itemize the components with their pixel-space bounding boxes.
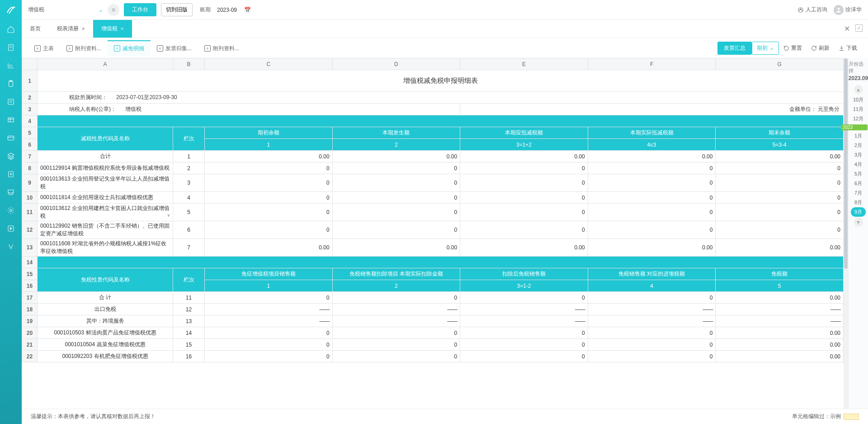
tab-home[interactable]: 首页 [22,20,49,38]
workspace-button[interactable]: 工作台 [124,3,156,16]
data-cell[interactable]: 0.00 [716,351,844,362]
col-header[interactable]: B [173,58,205,70]
nav-doc-icon[interactable] [5,42,16,53]
user-menu[interactable]: 徐泽华 [834,5,862,15]
data-cell[interactable]: 0 [205,351,333,362]
data-cell[interactable]: 4 [173,192,205,204]
month-option[interactable]: 7月 [849,188,868,198]
data-cell[interactable]: 出口免税 [38,304,173,315]
data-cell[interactable]: 0001010503 鲜活肉蛋产品免征增值税优惠 [38,327,173,339]
subtab-main[interactable]: ≡主表 [28,40,60,56]
data-cell[interactable]: 3 [173,174,205,192]
row-header[interactable]: 13 [22,239,38,257]
data-cell[interactable]: 0001013613 企业招用登记失业半年以上人员扣减增值税 [38,174,173,192]
data-cell[interactable]: 0 [205,192,333,204]
data-cell[interactable]: 0001010504 蔬菜免征增值税优惠 [38,339,173,351]
data-cell[interactable]: 0001092203 有机肥免征增值税优惠 [38,351,173,362]
nav-chart-icon[interactable] [5,60,16,71]
nav-card-icon[interactable] [5,133,16,143]
row-header[interactable]: 14 [22,257,38,268]
month-prev-icon[interactable]: ▲ [854,85,863,94]
data-cell[interactable]: 0.00 [588,151,716,162]
month-option[interactable]: 6月 [849,179,868,188]
nav-stack-icon[interactable] [5,151,16,162]
nav-clipboard-icon[interactable] [5,78,16,89]
data-cell[interactable]: 0.00 [460,151,588,162]
data-cell[interactable]: 6 [173,221,205,239]
month-next-icon[interactable]: ▼ [854,218,863,227]
data-cell[interactable]: 0 [205,292,333,304]
data-cell[interactable]: 0.00 [716,339,844,351]
list-toggle-icon[interactable] [108,4,119,16]
data-cell[interactable]: 0 [460,174,588,192]
data-cell[interactable]: —— [332,315,460,327]
close-icon[interactable]: ✕ [81,26,85,31]
data-cell[interactable]: 0 [460,351,588,362]
row-header[interactable]: 19 [22,315,38,327]
month-option[interactable]: 5月 [849,169,868,179]
data-cell[interactable]: 0001129914 购置增值税税控系统专用设备抵减增值税 [38,162,173,174]
data-cell[interactable]: 0 [588,162,716,174]
data-cell[interactable]: 5 [173,204,205,221]
row-header[interactable]: 11 [22,204,38,221]
data-cell[interactable]: 0 [588,339,716,351]
data-cell[interactable]: 0 [716,204,844,221]
data-cell[interactable]: 0.00 [332,151,460,162]
data-cell[interactable]: 合计 [38,151,173,162]
switch-old-button[interactable]: 切到旧版 [161,3,193,16]
row-header[interactable]: 6 [22,139,38,151]
data-cell[interactable]: 0 [716,192,844,204]
data-cell[interactable]: 0 [205,221,333,239]
subtab-attach2[interactable]: ≡附列资料... [198,40,245,56]
row-header[interactable]: 12 [22,221,38,239]
data-cell[interactable]: 0001011608 对湖北省外的小规模纳税人减按1%征收率征收增值税 [38,239,173,257]
data-cell[interactable]: 2 [173,162,205,174]
data-cell[interactable]: —— [588,315,716,327]
month-option[interactable]: 8月 [849,198,868,207]
data-cell[interactable]: 0 [588,292,716,304]
invoice-summary-button[interactable]: 发票汇总 [717,42,752,55]
data-cell[interactable]: 0.00 [716,327,844,339]
data-cell[interactable]: 0 [716,174,844,192]
nav-table-icon[interactable] [5,114,16,125]
company-dropdown[interactable]: 增值税 ⌄ [28,6,103,14]
data-cell[interactable]: 0 [205,327,333,339]
subtab-reduction[interactable]: ≡减免明细 [108,40,151,56]
row-header[interactable]: 10 [22,192,38,204]
data-cell[interactable]: 合 计 [38,292,173,304]
data-cell[interactable]: 12 [173,304,205,315]
data-cell[interactable]: 0 [205,174,333,192]
data-cell[interactable]: 0 [588,351,716,362]
col-header[interactable]: C [205,58,333,70]
month-option[interactable]: 9月 [851,207,866,217]
month-option[interactable]: 11月 [849,105,868,114]
data-cell[interactable]: 0 [588,174,716,192]
data-cell[interactable]: 0 [332,204,460,221]
subtab-attach1[interactable]: ≡附列资料... [60,40,108,56]
month-option[interactable]: 1月 [849,131,868,141]
col-header[interactable]: D [332,58,460,70]
data-cell[interactable]: 0 [460,339,588,351]
data-cell[interactable]: 13 [173,315,205,327]
data-cell[interactable]: 0 [460,204,588,221]
calendar-icon[interactable]: 📅 [244,7,251,13]
data-cell[interactable]: 16 [173,351,205,362]
row-header[interactable]: 18 [22,304,38,315]
data-cell[interactable]: 0001013612 企业招用建档立卡贫困人口就业扣减增值税▾ [38,204,173,221]
col-header[interactable]: F [588,58,716,70]
data-cell[interactable]: 0 [332,292,460,304]
nav-v-icon[interactable] [5,241,16,252]
row-header[interactable]: 2 [22,92,38,104]
data-cell[interactable]: —— [460,315,588,327]
data-cell[interactable]: —— [716,315,844,327]
data-cell[interactable]: 15 [173,339,205,351]
data-cell[interactable]: 0.00 [205,151,333,162]
month-option[interactable]: 10月 [849,95,868,105]
data-cell[interactable]: 0.00 [460,239,588,257]
data-cell[interactable]: 14 [173,327,205,339]
nav-inbox-icon[interactable] [5,187,16,198]
data-cell[interactable]: —— [588,304,716,315]
month-option[interactable]: 2月 [849,141,868,150]
data-cell[interactable]: 0 [332,162,460,174]
spreadsheet[interactable]: A B C D E F G 1增值税减免税申报明细表2税款所属时间：2023-0… [22,58,844,409]
